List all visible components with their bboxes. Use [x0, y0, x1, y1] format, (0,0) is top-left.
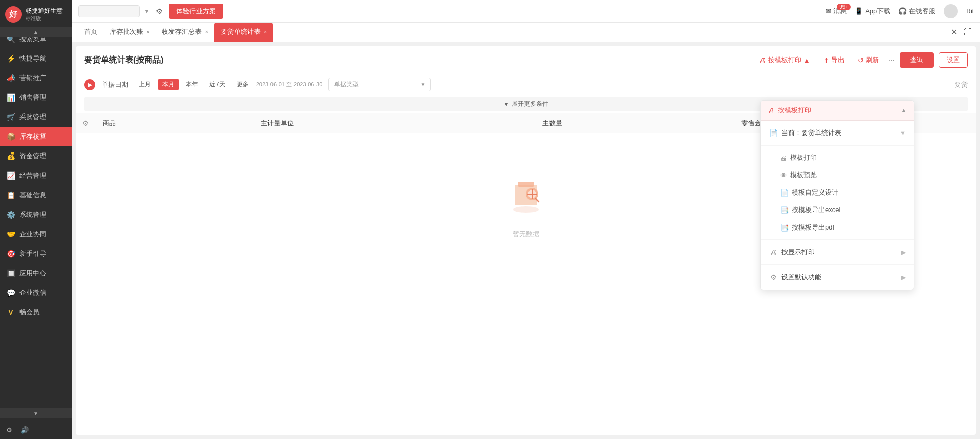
date-btn-this-year[interactable]: 本年: [182, 79, 202, 90]
sidebar-item-label: 畅会员: [19, 308, 40, 317]
purchase-icon: 🛒: [6, 113, 15, 121]
sidebar-item-inventory[interactable]: 📦 库存核算: [0, 127, 72, 146]
dropdown-section-templates: 🖨 模板打印 👁 模板预览 📄 模板自定义设计 📑 按模板导出excel 📑: [761, 146, 914, 240]
date-btn-more[interactable]: 更多: [232, 79, 253, 90]
date-btn-last-month[interactable]: 上月: [134, 79, 155, 90]
template-print-label: 模板打印: [790, 153, 817, 162]
app-logo: 好 畅捷通好生意 标准版: [0, 0, 72, 29]
date-filter: 上月 本月 本年 近7天 更多 2023-06-01 至 2023-06-30: [134, 79, 322, 90]
print-btn[interactable]: 🖨 按模板打印 ▲: [755, 53, 814, 67]
sidebar-item-label: 应用中心: [19, 269, 46, 278]
collab-icon: 🤝: [6, 230, 15, 238]
export-btn[interactable]: ⬆ 导出: [819, 53, 849, 67]
date-label: 单据日期: [102, 80, 128, 89]
sidebar-item-finance[interactable]: 💰 资金管理: [0, 146, 72, 166]
dropdown-section-default-func: ⚙ 设置默认功能 ▶: [761, 265, 914, 290]
sidebar-item-system[interactable]: ⚙️ 系统管理: [0, 205, 72, 224]
display-print-icon: 🖨: [769, 248, 777, 256]
dropdown-chevron-up-icon[interactable]: ▲: [900, 107, 907, 114]
sidebar-item-label: 资金管理: [19, 151, 46, 161]
sidebar-item-sales[interactable]: 📊 销售管理: [0, 88, 72, 107]
chevron-down-icon: ▼: [503, 101, 509, 108]
sidebar-item-operations[interactable]: 📈 经营管理: [0, 166, 72, 185]
sales-icon: 📊: [6, 93, 15, 102]
app-download-btn[interactable]: 📱 App下载: [855, 7, 890, 16]
sidebar-item-wechat[interactable]: 💬 企业微信: [0, 283, 72, 302]
sidebar-bottom: ⚙ 🔊: [0, 421, 72, 439]
col-settings: ⚙: [76, 113, 96, 133]
dropdown-item-template-print[interactable]: 🖨 模板打印: [761, 149, 914, 166]
export-btn-label: 导出: [831, 55, 845, 65]
refresh-btn[interactable]: ↺ 刷新: [854, 53, 883, 67]
expand-filters-icon[interactable]: ▶: [84, 79, 95, 90]
download-icon: 📱: [855, 7, 863, 15]
sidebar-item-appstore[interactable]: 🔲 应用中心: [0, 263, 72, 283]
topbar-search-input[interactable]: [78, 5, 140, 17]
settings-icon[interactable]: ⚙: [6, 426, 12, 434]
volume-icon[interactable]: 🔊: [21, 426, 29, 434]
query-btn[interactable]: 查询: [900, 52, 934, 68]
template-preview-label: 模板预览: [790, 170, 817, 180]
tab-order-stat-close[interactable]: ×: [264, 29, 267, 35]
tab-batch-account[interactable]: 库存批次账 ×: [104, 23, 155, 42]
dropdown-item-template-custom[interactable]: 📄 模板自定义设计: [761, 184, 914, 201]
sidebar-item-member[interactable]: V 畅会员: [0, 302, 72, 322]
dropdown-item-export-excel[interactable]: 📑 按模板导出excel: [761, 201, 914, 219]
sidebar-item-collab[interactable]: 🤝 企业协同: [0, 224, 72, 244]
service-icon: 🎧: [898, 7, 907, 15]
trial-btn[interactable]: 体验行业方案: [169, 4, 223, 19]
tabs-close-all-btn[interactable]: ✕: [949, 26, 959, 38]
svg-point-0: [513, 206, 539, 213]
sidebar-scroll-down[interactable]: ▼: [0, 408, 72, 418]
expand-more-btn[interactable]: ▼ 展开更多条件: [503, 100, 548, 108]
tab-order-stat[interactable]: 要货单统计表 ×: [214, 23, 273, 42]
tabs-expand-btn[interactable]: ⛶: [962, 26, 974, 38]
sidebar-scroll-up[interactable]: ▲: [0, 27, 72, 37]
more-icon[interactable]: ···: [888, 55, 895, 65]
dropdown-current-item[interactable]: 📄 当前：要货单统计表 ▼: [761, 124, 914, 142]
topbar-chevron-icon[interactable]: ▼: [144, 8, 150, 15]
dropdown-menu: 🖨 按模板打印 ▲ 📄 当前：要货单统计表 ▼: [760, 100, 914, 290]
dropdown-display-print-item[interactable]: 🖨 按显示打印 ▶: [761, 243, 914, 261]
messages-btn[interactable]: ✉ 消息 99+: [826, 7, 847, 16]
finance-icon: 💰: [6, 152, 15, 160]
topbar-gear-icon[interactable]: ⚙: [156, 7, 163, 15]
sidebar-item-basic[interactable]: 📋 基础信息: [0, 185, 72, 205]
sidebar-item-marketing[interactable]: 📣 营销推广: [0, 68, 72, 88]
logo-text: 畅捷通好生意 标准版: [26, 7, 63, 23]
dropdown-header: 🖨 按模板打印 ▲: [761, 101, 914, 121]
online-service-btn[interactable]: 🎧 在线客服: [898, 7, 935, 16]
dropdown-current-left: 📄 当前：要货单统计表: [769, 128, 841, 138]
online-service-label: 在线客服: [909, 7, 935, 16]
operations-icon: 📈: [6, 171, 15, 180]
date-btn-7days[interactable]: 近7天: [205, 79, 229, 90]
dropdown-header-right: ▲: [900, 107, 907, 114]
tab-receipt-summary[interactable]: 收发存汇总表 ×: [155, 23, 214, 42]
dropdown-item-export-pdf[interactable]: 📑 按模板导出pdf: [761, 219, 914, 236]
template-print-icon: 🖨: [780, 154, 787, 162]
date-btn-this-month[interactable]: 本月: [158, 79, 179, 90]
basic-icon: 📋: [6, 191, 15, 199]
sidebar-item-label: 快捷导航: [19, 54, 46, 63]
table-settings-icon[interactable]: ⚙: [82, 119, 89, 127]
print-header-icon: 🖨: [768, 107, 775, 114]
tab-batch-account-close[interactable]: ×: [146, 29, 149, 35]
tab-home[interactable]: 首页: [78, 23, 104, 42]
tab-home-label: 首页: [84, 27, 97, 36]
type-filter[interactable]: 单据类型 ▼: [328, 78, 431, 91]
sidebar-item-quick-nav[interactable]: ⚡ 快捷导航: [0, 49, 72, 68]
sidebar-item-newbie[interactable]: 🎯 新手引导: [0, 244, 72, 263]
user-avatar[interactable]: [944, 4, 958, 18]
tab-receipt-summary-close[interactable]: ×: [205, 29, 208, 35]
app-download-label: App下载: [865, 7, 890, 16]
dropdown-default-func-item[interactable]: ⚙ 设置默认功能 ▶: [761, 268, 914, 287]
dropdown-item-template-preview[interactable]: 👁 模板预览: [761, 166, 914, 184]
display-print-label: 按显示打印: [781, 247, 815, 257]
settings-btn[interactable]: 设置: [939, 52, 968, 68]
main-content: ▼ ⚙ 体验行业方案 ✉ 消息 99+ 📱 App下载 🎧 在线客服 Rit: [72, 0, 980, 439]
type-filter-arrow-icon: ▼: [420, 82, 425, 87]
svg-rect-2: [518, 182, 534, 187]
sidebar-item-purchase[interactable]: 🛒 采购管理: [0, 107, 72, 127]
order-filter-label: 要货: [954, 80, 968, 89]
system-icon: ⚙️: [6, 211, 15, 219]
